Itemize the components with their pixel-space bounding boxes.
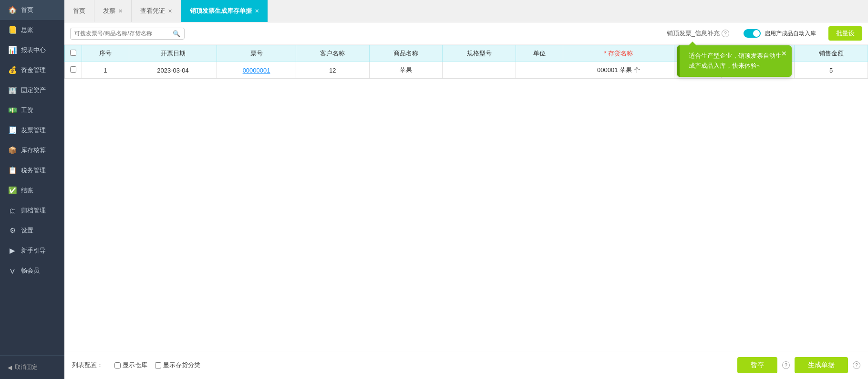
th-seq: 序号 xyxy=(82,45,129,62)
sidebar-item-closing[interactable]: ✅ 结账 xyxy=(0,180,64,200)
sidebar-item-closing-label: 结账 xyxy=(21,186,33,195)
tab-view-voucher-label: 查看凭证 xyxy=(140,7,165,15)
toggle-label: 启用产成品自动入库 xyxy=(765,30,816,38)
row-checkbox-0[interactable] xyxy=(70,66,76,73)
sidebar-item-archive[interactable]: 🗂 归档管理 xyxy=(0,200,64,221)
tab-cancel-invoice-close[interactable]: ✕ xyxy=(255,8,259,14)
th-date: 开票日期 xyxy=(129,45,217,62)
sidebar-item-vip[interactable]: V 畅会员 xyxy=(0,261,64,281)
tooltip-close-button[interactable]: ✕ xyxy=(781,48,787,59)
pin-icon: ◀ xyxy=(8,364,12,371)
tab-view-voucher[interactable]: 查看凭证 ✕ xyxy=(132,0,181,22)
tab-home[interactable]: 首页 xyxy=(64,0,94,22)
sidebar-item-fixed-assets-label: 固定资产 xyxy=(21,86,46,95)
tab-invoice-label: 发票 xyxy=(103,7,115,15)
show-warehouse-checkbox[interactable] xyxy=(114,362,121,368)
tab-view-voucher-close[interactable]: ✕ xyxy=(168,8,172,14)
show-warehouse-checkbox-label[interactable]: 显示仓库 xyxy=(114,361,147,369)
inventory-icon: 📦 xyxy=(8,146,17,155)
search-input[interactable] xyxy=(74,30,170,37)
cell-customer: 12 xyxy=(296,62,370,79)
tab-invoice-close[interactable]: ✕ xyxy=(118,8,123,14)
generate-button[interactable]: 生成单据 xyxy=(795,357,848,373)
tab-home-label: 首页 xyxy=(73,7,85,15)
th-unit: 单位 xyxy=(516,45,563,62)
tab-cancel-invoice[interactable]: 销顶发票生成库存单据 ✕ xyxy=(181,0,268,22)
sidebar: 🏠 首页 📒 总账 📊 报表中心 💰 资金管理 🏢 固定资产 💵 工资 🧾 发票… xyxy=(0,0,64,379)
sidebar-item-tax-management[interactable]: 📋 税务管理 xyxy=(0,160,64,180)
ledger-icon: 📒 xyxy=(8,26,17,34)
sidebar-item-inventory[interactable]: 📦 库存核算 xyxy=(0,140,64,160)
sidebar-item-report-center[interactable]: 📊 报表中心 xyxy=(0,40,64,60)
info-icon[interactable]: ? xyxy=(722,30,729,37)
cell-seq: 1 xyxy=(82,62,129,79)
show-inventory-category-text: 显示存货分类 xyxy=(163,361,200,369)
row-checkbox-cell xyxy=(65,62,82,79)
th-customer: 客户名称 xyxy=(296,45,370,62)
batch-set-button[interactable]: 批量设 xyxy=(828,26,862,41)
sidebar-item-general-ledger[interactable]: 📒 总账 xyxy=(0,20,64,40)
content-area: 🔍 销顶发票_信息补充 ? 启用产成品自动入库 批量设 序 xyxy=(64,22,868,379)
sidebar-item-home-label: 首页 xyxy=(21,6,33,14)
invoice-icon: 🧾 xyxy=(8,126,17,135)
tooltip-bar xyxy=(677,45,680,77)
archive-icon: 🗂 xyxy=(8,207,17,215)
fund-icon: 💰 xyxy=(8,66,17,74)
cell-spec xyxy=(443,62,516,79)
select-all-checkbox[interactable] xyxy=(70,50,76,56)
sidebar-item-invoice-label: 发票管理 xyxy=(21,126,46,135)
search-icon: 🔍 xyxy=(173,30,180,37)
cell-unit xyxy=(516,62,563,79)
th-product-name: 商品名称 xyxy=(369,45,443,62)
search-box[interactable]: 🔍 xyxy=(70,28,185,40)
sidebar-item-salary-label: 工资 xyxy=(21,106,33,115)
bottom-bar: 列表配置： 显示仓库 显示存货分类 暂存 ? 生成单据 ? xyxy=(64,351,868,379)
tab-cancel-invoice-label: 销顶发票生成库存单据 xyxy=(190,7,252,15)
tab-invoice[interactable]: 发票 ✕ xyxy=(94,0,132,22)
sidebar-item-invoice-management[interactable]: 🧾 发票管理 xyxy=(0,120,64,140)
info-label: 销顶发票_信息补充 ? xyxy=(667,29,729,38)
toggle-area: 启用产成品自动入库 xyxy=(744,29,816,38)
th-inventory-name: * 存货名称 xyxy=(563,45,674,62)
show-inventory-category-label[interactable]: 显示存货分类 xyxy=(155,361,200,369)
generate-info-icon[interactable]: ? xyxy=(853,361,860,369)
cell-amount: 5 xyxy=(795,62,868,79)
tab-bar: 首页 发票 ✕ 查看凭证 ✕ 销顶发票生成库存单据 ✕ xyxy=(64,0,868,22)
sidebar-item-guide[interactable]: ▶ 新手引导 xyxy=(0,241,64,261)
sidebar-item-salary[interactable]: 💵 工资 xyxy=(0,100,64,120)
sidebar-item-home[interactable]: 🏠 首页 xyxy=(0,0,64,20)
show-warehouse-label: 显示仓库 xyxy=(123,361,147,369)
sidebar-item-guide-label: 新手引导 xyxy=(21,246,46,255)
tooltip-popup: ✕ 适合生产型企业，销顶发票自动生成产成品入库，快来体验~ xyxy=(677,45,792,77)
sidebar-item-fund-label: 资金管理 xyxy=(21,66,46,74)
th-amount: 销售金额 xyxy=(795,45,868,62)
sidebar-item-fixed-assets[interactable]: 🏢 固定资产 xyxy=(0,80,64,100)
salary-icon: 💵 xyxy=(8,106,17,115)
sidebar-item-general-ledger-label: 总账 xyxy=(21,26,33,34)
sidebar-item-archive-label: 归档管理 xyxy=(21,206,46,215)
bottom-actions: 暂存 ? 生成单据 ? xyxy=(737,357,860,373)
save-button[interactable]: 暂存 xyxy=(737,357,777,373)
main-content: 首页 发票 ✕ 查看凭证 ✕ 销顶发票生成库存单据 ✕ 🔍 销顶发票_信息补充 … xyxy=(64,0,868,379)
vip-icon: V xyxy=(8,267,17,275)
sidebar-item-fund-management[interactable]: 💰 资金管理 xyxy=(0,60,64,80)
show-inventory-category-checkbox[interactable] xyxy=(155,362,161,368)
fixed-assets-icon: 🏢 xyxy=(8,86,17,95)
unpin-label: 取消固定 xyxy=(15,363,38,371)
cell-ticket-no[interactable]: 00000001 xyxy=(217,62,296,79)
tooltip-text: 适合生产型企业，销顶发票自动生成产成品入库，快来体验~ xyxy=(685,51,784,71)
cell-product-name: 苹果 xyxy=(369,62,443,79)
cell-date: 2023-03-04 xyxy=(129,62,217,79)
sidebar-item-report-center-label: 报表中心 xyxy=(21,46,46,54)
settings-icon: ⚙ xyxy=(8,226,17,235)
unpin-button[interactable]: ◀ 取消固定 xyxy=(0,359,64,375)
save-info-icon[interactable]: ? xyxy=(782,361,790,369)
th-spec: 规格型号 xyxy=(443,45,516,62)
cell-inventory-name: 000001 苹果 个 xyxy=(563,62,674,79)
toolbar: 🔍 销顶发票_信息补充 ? 启用产成品自动入库 批量设 xyxy=(64,22,868,45)
sidebar-bottom: ◀ 取消固定 xyxy=(0,355,64,379)
auto-warehouse-toggle[interactable] xyxy=(744,29,761,38)
sidebar-item-settings[interactable]: ⚙ 设置 xyxy=(0,221,64,241)
th-ticket-no: 票号 xyxy=(217,45,296,62)
sidebar-item-vip-label: 畅会员 xyxy=(21,266,40,275)
